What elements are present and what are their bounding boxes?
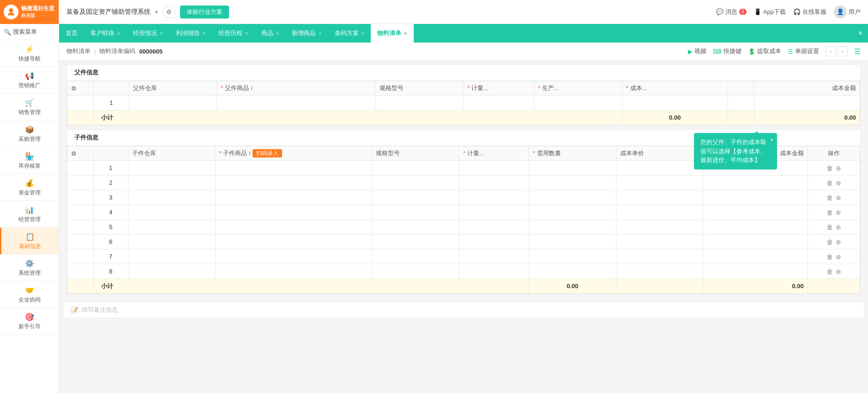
parent-row1-production[interactable]	[534, 96, 622, 110]
delete-icon[interactable]: 🗑	[826, 238, 833, 246]
child-row-spec[interactable]	[372, 264, 459, 279]
sidebar-item-basic[interactable]: 📋 基础信息	[0, 228, 59, 254]
child-row-unit[interactable]	[459, 190, 529, 205]
sidebar-item-enterprise[interactable]: 🤝 企业协同	[0, 281, 59, 308]
sidebar-item-operation[interactable]: 📊 经营管理	[0, 201, 59, 228]
tab-history-close[interactable]: ×	[245, 30, 248, 36]
note-placeholder[interactable]: 填写备注信息	[82, 306, 118, 314]
nav-next-button[interactable]: ›	[838, 46, 848, 56]
child-row-unit-cost[interactable]	[616, 190, 703, 205]
user-item[interactable]: 👤 用户	[834, 6, 861, 18]
single-settings-toolbar-item[interactable]: ☰ 单据设置	[788, 47, 819, 55]
child-row-qty[interactable]	[529, 175, 616, 190]
child-row-product[interactable]	[215, 235, 372, 249]
delete-icon[interactable]: 🗑	[826, 179, 833, 187]
child-row-qty[interactable]	[529, 220, 616, 235]
child-row-unit[interactable]	[459, 161, 529, 175]
copy-icon[interactable]: ⊕	[836, 194, 841, 201]
child-row-product[interactable]	[215, 220, 372, 235]
child-row-warehouse[interactable]	[128, 249, 216, 264]
child-row-product[interactable]	[215, 205, 372, 220]
child-row-spec[interactable]	[372, 220, 459, 235]
parent-th-settings[interactable]: ⚙	[67, 81, 94, 96]
child-row-unit-cost[interactable]	[616, 220, 703, 235]
settings-gear-button[interactable]: ⚙	[163, 6, 175, 18]
child-row-warehouse[interactable]	[128, 161, 216, 175]
parent-product-help-icon[interactable]: ℹ	[251, 85, 253, 91]
child-row-spec[interactable]	[372, 235, 459, 249]
breadcrumb-bom[interactable]: 物料清单	[66, 47, 90, 55]
tab-profit-close[interactable]: ×	[203, 30, 205, 36]
child-th-settings[interactable]: ⚙	[67, 146, 94, 161]
sidebar-item-system[interactable]: ⚙️ 系统管理	[0, 254, 59, 281]
tab-new-product[interactable]: 新增商品 ×	[285, 24, 328, 42]
child-row-product[interactable]	[215, 249, 372, 264]
tab-customer[interactable]: 客户联络 ×	[84, 24, 127, 42]
child-row-product[interactable]	[215, 190, 372, 205]
copy-icon[interactable]: ⊕	[836, 179, 841, 187]
experience-button[interactable]: 体验行业方案	[180, 6, 229, 18]
copy-icon[interactable]: ⊕	[836, 238, 841, 246]
copy-icon[interactable]: ⊕	[836, 268, 841, 275]
tab-barcode-close[interactable]: ×	[362, 30, 364, 36]
tab-operation-status[interactable]: 经营情况 ×	[127, 24, 169, 42]
child-row-unit-cost[interactable]	[616, 175, 703, 190]
child-row-unit[interactable]	[459, 175, 529, 190]
parent-row1-unit[interactable]	[464, 96, 534, 110]
child-row-spec[interactable]	[372, 161, 459, 175]
parent-row1-warehouse[interactable]	[129, 96, 217, 110]
child-row-warehouse[interactable]	[128, 205, 216, 220]
child-product-help-icon[interactable]: ℹ	[249, 151, 251, 156]
child-row-spec[interactable]	[372, 205, 459, 220]
child-row-product[interactable]	[215, 175, 372, 190]
tab-bom[interactable]: 物料清单 ×	[371, 24, 413, 42]
sidebar-item-purchase[interactable]: 📦 采购管理	[0, 121, 59, 147]
child-row-spec[interactable]	[372, 190, 459, 205]
shortcut-toolbar-item[interactable]: ⌨ 快捷键	[713, 47, 741, 55]
parent-row1-spec[interactable]	[375, 96, 464, 110]
tab-barcode[interactable]: 条码方案 ×	[328, 24, 371, 42]
sidebar-item-finance[interactable]: 💰 资金管理	[0, 174, 59, 201]
sidebar-search[interactable]: 🔍 搜索菜单	[0, 24, 59, 40]
list-view-icon[interactable]: ☰	[854, 47, 861, 56]
child-row-spec[interactable]	[372, 175, 459, 190]
child-row-qty[interactable]	[529, 235, 616, 249]
nav-prev-button[interactable]: ‹	[826, 46, 836, 56]
child-row-qty[interactable]	[529, 249, 616, 264]
delete-icon[interactable]: 🗑	[826, 224, 833, 231]
copy-icon[interactable]: ⊕	[836, 164, 841, 172]
extract-cost-toolbar-item[interactable]: 💲 提取成本	[748, 47, 781, 55]
delete-icon[interactable]: 🗑	[826, 164, 833, 172]
tab-profit[interactable]: 利润报告 ×	[169, 24, 212, 42]
tab-operation-status-close[interactable]: ×	[160, 30, 163, 36]
child-row-spec[interactable]	[372, 249, 459, 264]
system-dropdown-arrow[interactable]: ▾	[155, 9, 158, 15]
tab-new-product-close[interactable]: ×	[319, 30, 321, 36]
sidebar-item-sales[interactable]: 🛒 销售管理	[0, 94, 59, 121]
child-row-unit[interactable]	[459, 235, 529, 249]
tab-bom-close[interactable]: ×	[404, 30, 407, 36]
tab-home[interactable]: 首页	[59, 24, 84, 42]
delete-icon[interactable]: 🗑	[826, 268, 833, 275]
copy-icon[interactable]: ⊕	[836, 253, 841, 260]
sidebar-item-marketing[interactable]: 📢 营销推广	[0, 67, 59, 94]
video-toolbar-item[interactable]: ▶ 视频	[688, 47, 706, 55]
child-row-unit[interactable]	[459, 205, 529, 220]
tab-product[interactable]: 商品 ×	[255, 24, 285, 42]
child-row-qty[interactable]	[529, 205, 616, 220]
copy-icon[interactable]: ⊕	[836, 224, 841, 231]
sidebar-item-quick-nav[interactable]: ⚡ 快捷导航	[0, 40, 59, 67]
tab-customer-close[interactable]: ×	[117, 30, 120, 36]
child-row-warehouse[interactable]	[128, 264, 216, 279]
child-row-qty[interactable]	[529, 190, 616, 205]
child-row-unit-cost[interactable]	[616, 249, 703, 264]
child-row-unit[interactable]	[459, 220, 529, 235]
child-row-unit[interactable]	[459, 264, 529, 279]
child-row-warehouse[interactable]	[128, 175, 216, 190]
tab-history[interactable]: 经营历程 ×	[212, 24, 254, 42]
online-service-item[interactable]: 🎧 在线客服	[793, 8, 826, 16]
child-row-warehouse[interactable]	[128, 235, 216, 249]
child-row-qty[interactable]	[529, 161, 616, 175]
nav-close-all-button[interactable]: ×	[853, 29, 868, 37]
parent-row1-cost[interactable]	[622, 96, 728, 110]
